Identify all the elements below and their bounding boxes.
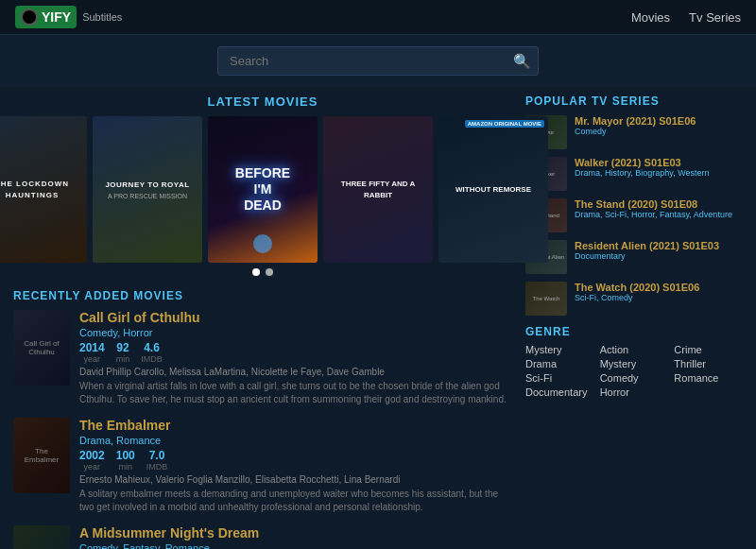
tv-item[interactable]: Walker Walker (2021) S01E03 Drama, Histo… — [525, 157, 743, 191]
tv-item[interactable]: The Stand The Stand (2020) S01E08 Drama,… — [525, 198, 743, 232]
header: YIFY Subtitles Movies Tv Series — [0, 0, 756, 35]
imdb-meta: 7.0 IMDB — [146, 449, 168, 472]
search-bar: 🔍 — [0, 35, 756, 87]
tv-info-alien: Resident Alien (2021) S01E03 Documentary — [575, 240, 743, 261]
poster-remorse[interactable]: WITHOUT REMORSE AMAZON ORIGINAL MOVIE — [438, 116, 548, 263]
movies-carousel: THE LOCKDOWN HAUNTINGS JOURNEY TO ROYAL … — [13, 116, 512, 263]
tv-title-stand[interactable]: The Stand (2020) S01E08 — [575, 198, 743, 210]
tv-item[interactable]: Resident Alien Resident Alien (2021) S01… — [525, 240, 743, 274]
main-content: LATEST MOVIES THE LOCKDOWN HAUNTINGS JOU… — [0, 94, 756, 549]
tv-info-watch: The Watch (2020) S01E06 Sci-Fi, Comedy — [575, 282, 743, 302]
year-meta: 2002 year — [79, 449, 105, 472]
movie-genre-embalmer: Drama, Romance — [79, 435, 512, 446]
nav-links: Movies Tv Series — [631, 10, 741, 25]
tv-genre-stand: Drama, Sci-Fi, Horror, Fantasy, Adventur… — [575, 210, 743, 219]
movie-title-cthulhu[interactable]: Call Girl of Cthulhu — [79, 310, 512, 325]
logo-box: YIFY — [15, 6, 77, 28]
movie-meta-embalmer: 2002 year 100 min 7.0 IMDB — [79, 449, 512, 472]
genre-action[interactable]: Action — [600, 344, 669, 355]
genre-mystery[interactable]: Mystery — [525, 344, 594, 355]
movie-thumb-cthulhu[interactable]: Call Girl of Cthulhu — [13, 310, 70, 386]
tv-info-mayor: Mr. Mayor (2021) S01E06 Comedy — [575, 115, 743, 136]
movie-meta-cthulhu: 2014 year 92 min 4.6 IMDB — [79, 341, 512, 364]
tv-title-mayor[interactable]: Mr. Mayor (2021) S01E06 — [575, 115, 743, 127]
right-column: POPULAR TV SERIES Mayor Mr. Mayor (2021)… — [525, 94, 743, 549]
movie-genre-midsummer: Comedy, Fantasy, Romance — [79, 542, 512, 549]
genre-drama[interactable]: Drama — [525, 358, 594, 369]
recently-added-title: RECENTLY ADDED MOVIES — [13, 285, 512, 302]
movie-thumb-midsummer[interactable]: A Midsummer Night's Dream — [13, 525, 70, 549]
thumb-placeholder: The Embalmer — [13, 418, 70, 493]
movie-cast-cthulhu: David Phillip Carollo, Melissa LaMartina… — [79, 367, 512, 377]
tv-genre-watch: Sci-Fi, Comedy — [575, 293, 743, 302]
nav-movies[interactable]: Movies — [631, 10, 670, 25]
poster-before[interactable]: BEFOREI'MDEAD — [208, 116, 318, 263]
thumb-placeholder: A Midsummer Night's Dream — [13, 525, 70, 549]
poster-lockdown[interactable]: THE LOCKDOWN HAUNTINGS — [0, 116, 87, 263]
tv-item[interactable]: The Watch The Watch (2020) S01E06 Sci-Fi… — [525, 282, 743, 316]
popular-tv-title: POPULAR TV SERIES — [525, 94, 743, 108]
carousel-dot-1[interactable] — [252, 268, 260, 276]
search-button[interactable]: 🔍 — [513, 53, 531, 70]
list-item: A Midsummer Night's Dream A Midsummer Ni… — [13, 525, 512, 549]
search-wrap: 🔍 — [217, 46, 539, 76]
logo-subtitle: Subtitles — [82, 11, 122, 23]
genre-documentary[interactable]: Documentary — [525, 386, 594, 398]
genre-grid: Mystery Action Crime Drama Mystery Thril… — [525, 344, 743, 398]
tv-title-walker[interactable]: Walker (2021) S01E03 — [575, 157, 743, 168]
tv-info-stand: The Stand (2020) S01E08 Drama, Sci-Fi, H… — [575, 198, 743, 219]
movie-info-embalmer: The Embalmer Drama, Romance 2002 year 10… — [79, 418, 512, 514]
genre-crime[interactable]: Crime — [674, 344, 743, 355]
movie-thumb-embalmer[interactable]: The Embalmer — [13, 418, 70, 493]
tv-genre-alien: Documentary — [575, 251, 743, 261]
genre-title: GENRE — [525, 325, 743, 338]
tv-thumb-watch: The Watch — [525, 282, 567, 316]
list-item: Call Girl of Cthulhu Call Girl of Cthulh… — [13, 310, 512, 406]
movie-info-cthulhu: Call Girl of Cthulhu Comedy, Horror 2014… — [79, 310, 512, 406]
tv-info-walker: Walker (2021) S01E03 Drama, History, Bio… — [575, 157, 743, 178]
poster-three[interactable]: THREE FIFTY AND A RABBIT — [323, 116, 433, 263]
genre-scifi[interactable]: Sci-Fi — [525, 372, 594, 384]
genre-comedy[interactable]: Comedy — [600, 372, 669, 384]
movie-info-midsummer: A Midsummer Night's Dream Comedy, Fantas… — [79, 525, 512, 549]
poster-journey[interactable]: JOURNEY TO ROYAL A PRO RESCUE MISSION — [93, 116, 202, 263]
genre-empty — [674, 386, 743, 398]
movie-cast-embalmer: Ernesto Mahieux, Valerio Foglia Manzillo… — [79, 474, 512, 485]
tv-thumb-placeholder: The Watch — [525, 282, 567, 316]
genre-thriller[interactable]: Thriller — [674, 358, 743, 369]
movie-desc-embalmer: A solitary embalmer meets a demanding an… — [79, 488, 512, 514]
nav-tvseries[interactable]: Tv Series — [689, 10, 741, 25]
genre-mystery2[interactable]: Mystery — [600, 358, 669, 369]
year-meta: 2014 year — [79, 341, 105, 364]
film-icon — [21, 9, 38, 26]
left-column: LATEST MOVIES THE LOCKDOWN HAUNTINGS JOU… — [13, 94, 512, 549]
movie-genre-cthulhu: Comedy, Horror — [79, 327, 512, 338]
carousel-dot-2[interactable] — [266, 268, 273, 276]
imdb-meta: 4.6 IMDB — [141, 341, 163, 364]
genre-horror[interactable]: Horror — [600, 386, 669, 398]
amazon-badge: AMAZON ORIGINAL MOVIE — [465, 120, 544, 128]
thumb-placeholder: Call Girl of Cthulhu — [13, 310, 70, 386]
search-input[interactable] — [217, 46, 539, 76]
tv-genre-walker: Drama, History, Biography, Western — [575, 168, 743, 178]
tv-title-watch[interactable]: The Watch (2020) S01E06 — [575, 282, 743, 293]
logo: YIFY Subtitles — [15, 6, 122, 28]
tv-title-alien[interactable]: Resident Alien (2021) S01E03 — [575, 240, 743, 251]
latest-movies-title: LATEST MOVIES — [13, 94, 512, 109]
carousel-dots — [13, 268, 512, 276]
min-meta: 92 min — [116, 341, 130, 364]
list-item: The Embalmer The Embalmer Drama, Romance… — [13, 418, 512, 514]
genre-romance[interactable]: Romance — [674, 372, 743, 384]
movie-title-midsummer[interactable]: A Midsummer Night's Dream — [79, 525, 512, 540]
movie-title-embalmer[interactable]: The Embalmer — [79, 418, 512, 433]
min-meta: 100 min — [116, 449, 135, 472]
tv-item[interactable]: Mayor Mr. Mayor (2021) S01E06 Comedy — [525, 115, 743, 149]
tv-genre-mayor: Comedy — [575, 127, 743, 136]
movie-desc-cthulhu: When a virginal artist falls in love wit… — [79, 380, 512, 406]
logo-text: YIFY — [42, 9, 71, 25]
